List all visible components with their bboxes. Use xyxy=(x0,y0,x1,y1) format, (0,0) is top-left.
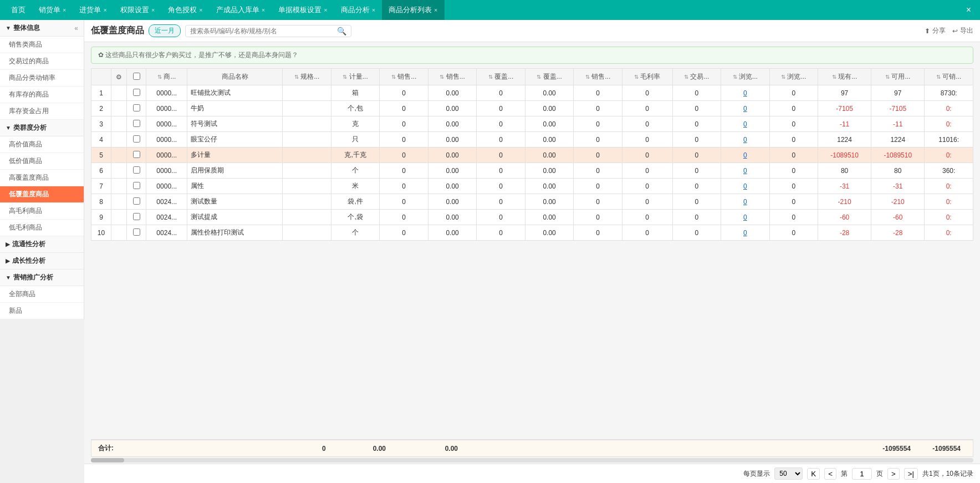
sidebar-collapse-icon[interactable]: « xyxy=(74,24,78,32)
available-column-header[interactable]: ⇅ 可用... xyxy=(871,69,925,85)
row-settings[interactable] xyxy=(111,85,127,101)
close-all-button[interactable]: × xyxy=(962,5,976,15)
nav-product-in[interactable]: 产成品入库单 × xyxy=(210,0,272,20)
row-checkbox[interactable] xyxy=(127,225,146,241)
sales2-column-header[interactable]: ⇅ 销售... xyxy=(428,69,477,85)
sidebar-item-low-profit[interactable]: 低毛利商品 xyxy=(0,220,84,236)
spec-column-header[interactable]: ⇅ 规格... xyxy=(283,69,331,85)
sidebar-section-overall[interactable]: ▼ 整体信息 « xyxy=(0,20,84,37)
sidebar-item-high-value[interactable]: 高价值商品 xyxy=(0,136,84,153)
sales3-column-header[interactable]: ⇅ 销售... xyxy=(574,69,622,85)
saleable-column-header[interactable]: ⇅ 可销... xyxy=(925,69,973,85)
checkbox-column-header[interactable] xyxy=(127,69,146,85)
share-button[interactable]: ⬆ 分享 xyxy=(925,26,946,35)
close-icon[interactable]: × xyxy=(199,7,202,13)
nav-role[interactable]: 角色授权 × xyxy=(161,0,209,20)
prev-page-button[interactable]: < xyxy=(824,468,836,480)
row-checkbox[interactable] xyxy=(127,85,146,101)
browse2-column-header[interactable]: ⇅ 浏览... xyxy=(769,69,818,85)
row-settings[interactable] xyxy=(111,132,127,148)
row-checkbox[interactable] xyxy=(127,116,146,132)
row-settings[interactable] xyxy=(111,148,127,163)
sales1-column-header[interactable]: ⇅ 销售... xyxy=(380,69,428,85)
row-browse1[interactable]: 0 xyxy=(721,163,770,179)
row-checkbox[interactable] xyxy=(127,132,146,148)
row-checkbox[interactable] xyxy=(127,179,146,194)
row-checkbox[interactable] xyxy=(127,194,146,210)
sidebar-item-high-coverage[interactable]: 高覆盖度商品 xyxy=(0,170,84,186)
sidebar-section-growth[interactable]: ▶ 成长性分析 xyxy=(0,253,84,270)
sidebar-section-circulation[interactable]: ▶ 流通性分析 xyxy=(0,236,84,253)
nav-template[interactable]: 单据模板设置 × xyxy=(272,0,334,20)
row-browse1[interactable]: 0 xyxy=(721,148,770,163)
sidebar-item-low-coverage[interactable]: 低覆盖度商品 xyxy=(0,186,84,203)
settings-column-header[interactable]: ⚙ xyxy=(111,69,127,85)
nav-product-analysis-list[interactable]: 商品分析列表 × xyxy=(382,0,444,20)
close-icon[interactable]: × xyxy=(372,7,375,13)
row-browse1[interactable]: 0 xyxy=(721,101,770,116)
trade-column-header[interactable]: ⇅ 交易... xyxy=(672,69,721,85)
sidebar-item-all-goods[interactable]: 全部商品 xyxy=(0,286,84,303)
row-browse1[interactable]: 0 xyxy=(721,116,770,132)
row-settings[interactable] xyxy=(111,101,127,116)
close-icon[interactable]: × xyxy=(324,7,327,13)
page-number-input[interactable] xyxy=(852,468,872,480)
row-settings[interactable] xyxy=(111,210,127,225)
search-input[interactable] xyxy=(190,27,337,35)
row-checkbox[interactable] xyxy=(127,163,146,179)
row-checkbox[interactable] xyxy=(127,148,146,163)
nav-sales[interactable]: 销货单 × xyxy=(32,0,73,20)
filter-button[interactable]: 近一月 xyxy=(149,24,181,37)
row-browse1[interactable]: 0 xyxy=(721,194,770,210)
page-size-select[interactable]: 50 100 200 xyxy=(774,467,803,480)
row-settings[interactable] xyxy=(111,163,127,179)
cover1-column-header[interactable]: ⇅ 覆盖... xyxy=(477,69,525,85)
row-browse1[interactable]: 0 xyxy=(721,179,770,194)
sidebar-section-marketing[interactable]: ▼ 营销推广分析 xyxy=(0,270,84,286)
gross-rate-column-header[interactable]: ⇅ 毛利率 xyxy=(622,69,672,85)
code-column-header[interactable]: ⇅ 商... xyxy=(146,69,187,85)
row-settings[interactable] xyxy=(111,116,127,132)
row-browse1[interactable]: 0 xyxy=(721,210,770,225)
sidebar-section-cluster[interactable]: ▼ 类群度分析 xyxy=(0,120,84,136)
row-settings[interactable] xyxy=(111,225,127,241)
sidebar-item-new-goods[interactable]: 新品 xyxy=(0,303,84,319)
sidebar-item-stock-capital[interactable]: 库存资金占用 xyxy=(0,103,84,120)
close-icon[interactable]: × xyxy=(262,7,265,13)
sidebar-item-high-profit[interactable]: 高毛利商品 xyxy=(0,203,84,220)
row-browse1[interactable]: 0 xyxy=(721,132,770,148)
sidebar-item-sales-goods[interactable]: 销售类商品 xyxy=(0,37,84,53)
next-page-button[interactable]: > xyxy=(887,468,900,480)
sidebar-item-traded-goods[interactable]: 交易过的商品 xyxy=(0,53,84,70)
row-settings[interactable] xyxy=(111,194,127,210)
scrollbar-thumb[interactable] xyxy=(91,458,124,462)
cover2-column-header[interactable]: ⇅ 覆盖... xyxy=(525,69,574,85)
sidebar-item-low-value[interactable]: 低价值商品 xyxy=(0,153,84,170)
data-table-container[interactable]: ⚙ ⇅ 商... 商品名称 ⇅ 规格... ⇅ 计量... ⇅ 销售... ⇅ … xyxy=(91,68,973,439)
sidebar-item-category-rate[interactable]: 商品分类动销率 xyxy=(0,70,84,87)
name-column-header[interactable]: 商品名称 xyxy=(187,69,283,85)
row-checkbox[interactable] xyxy=(127,101,146,116)
export-button[interactable]: ↩ 导出 xyxy=(952,26,973,35)
row-settings[interactable] xyxy=(111,179,127,194)
horizontal-scrollbar[interactable] xyxy=(91,458,973,462)
unit-column-header[interactable]: ⇅ 计量... xyxy=(331,69,380,85)
row-browse1[interactable]: 0 xyxy=(721,85,770,101)
sidebar-item-stock-goods[interactable]: 有库存的商品 xyxy=(0,87,84,103)
select-all-checkbox[interactable] xyxy=(133,73,140,80)
row-checkbox[interactable] xyxy=(127,210,146,225)
nav-product-analysis[interactable]: 商品分析 × xyxy=(334,0,382,20)
search-icon[interactable]: 🔍 xyxy=(337,27,346,35)
last-page-button[interactable]: >| xyxy=(904,468,918,480)
close-icon[interactable]: × xyxy=(434,7,437,13)
first-page-button[interactable]: K xyxy=(807,468,820,480)
close-icon[interactable]: × xyxy=(103,7,106,13)
row-browse1[interactable]: 0 xyxy=(721,225,770,241)
nav-permission[interactable]: 权限设置 × xyxy=(114,0,161,20)
nav-home[interactable]: 首页 xyxy=(4,0,32,20)
close-icon[interactable]: × xyxy=(151,7,155,13)
browse1-column-header[interactable]: ⇅ 浏览... xyxy=(721,69,770,85)
current-column-header[interactable]: ⇅ 现有... xyxy=(818,69,871,85)
nav-purchase[interactable]: 进货单 × xyxy=(73,0,113,20)
close-icon[interactable]: × xyxy=(63,7,66,13)
